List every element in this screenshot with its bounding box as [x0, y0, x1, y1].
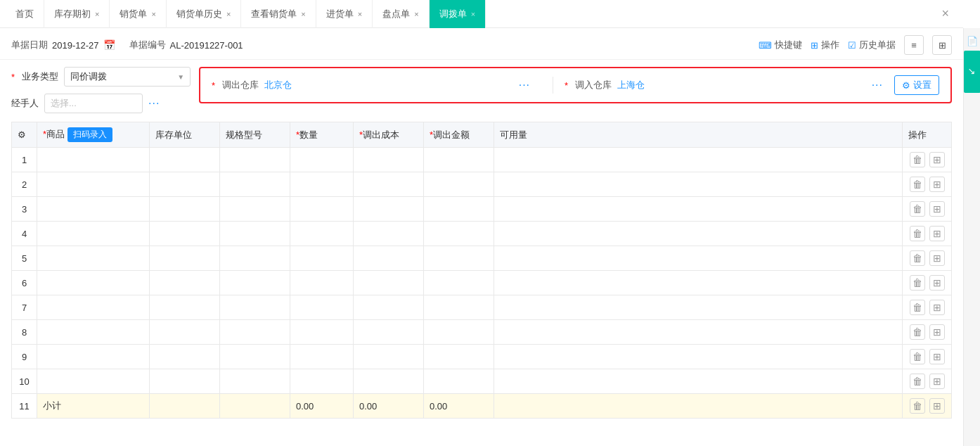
row-product-6[interactable] — [37, 271, 150, 295]
row-cost-6[interactable] — [354, 271, 424, 295]
row-unit-10[interactable] — [150, 369, 220, 394]
row-product-2[interactable] — [37, 172, 150, 197]
row-unit-6[interactable] — [150, 271, 220, 295]
person-more-btn[interactable]: ··· — [148, 97, 160, 110]
row-qty-2[interactable] — [290, 172, 354, 197]
row-unit-2[interactable] — [150, 172, 220, 197]
row-spec-2[interactable] — [220, 172, 290, 197]
row-unit-5[interactable] — [150, 246, 220, 271]
row-spec-6[interactable] — [220, 271, 290, 295]
row-qty-9[interactable] — [290, 345, 354, 369]
row-amount-2[interactable] — [424, 172, 494, 197]
row-amount-3[interactable] — [424, 197, 494, 222]
row-unit-4[interactable] — [150, 222, 220, 246]
tab-close-stocktake[interactable]: × — [414, 10, 418, 18]
tab-close-view-sales[interactable]: × — [301, 10, 305, 18]
delete-row-btn-8[interactable]: 🗑 — [910, 324, 925, 340]
row-qty-1[interactable] — [290, 148, 354, 172]
shortcut-btn[interactable]: ⌨ 快捷键 — [759, 39, 802, 51]
row-unit-7[interactable] — [150, 295, 220, 320]
sidebar-doc-icon[interactable]: 📄 — [965, 34, 979, 48]
row-available-2[interactable] — [494, 172, 903, 197]
copy-row-btn-10[interactable]: ⊞ — [929, 374, 945, 389]
row-spec-8[interactable] — [220, 320, 290, 345]
tab-view-sales[interactable]: 查看销货单 × — [241, 0, 316, 28]
row-spec-1[interactable] — [220, 148, 290, 172]
delete-row-btn-2[interactable]: 🗑 — [910, 177, 925, 192]
row-unit-8[interactable] — [150, 320, 220, 345]
tab-close-sales-order[interactable]: × — [151, 10, 155, 18]
row-qty-5[interactable] — [290, 246, 354, 271]
row-product-7[interactable] — [37, 295, 150, 320]
tab-home[interactable]: 首页 — [6, 0, 44, 28]
copy-row-btn[interactable]: ⊞ — [929, 398, 945, 414]
delete-row-btn-3[interactable]: 🗑 — [910, 201, 925, 217]
sidebar-expand-icon[interactable]: ↗ — [964, 51, 981, 93]
delete-row-btn-9[interactable]: 🗑 — [910, 349, 925, 364]
copy-row-btn-2[interactable]: ⊞ — [929, 177, 945, 192]
copy-row-btn-8[interactable]: ⊞ — [929, 324, 945, 340]
copy-row-btn-9[interactable]: ⊞ — [929, 349, 945, 364]
row-available-4[interactable] — [494, 222, 903, 246]
row-product-4[interactable] — [37, 222, 150, 246]
tab-close-transfer[interactable]: × — [471, 10, 475, 18]
copy-row-btn-1[interactable]: ⊞ — [929, 152, 945, 167]
row-amount-10[interactable] — [424, 369, 494, 394]
row-spec-4[interactable] — [220, 222, 290, 246]
row-qty-4[interactable] — [290, 222, 354, 246]
tab-sales-order[interactable]: 销货单 × — [110, 0, 166, 28]
transfer-in-more-btn[interactable]: ··· — [872, 79, 883, 91]
row-available-7[interactable] — [494, 295, 903, 320]
row-amount-1[interactable] — [424, 148, 494, 172]
row-amount-8[interactable] — [424, 320, 494, 345]
row-amount-9[interactable] — [424, 345, 494, 369]
row-product-1[interactable] — [37, 148, 150, 172]
delete-row-btn-10[interactable]: 🗑 — [910, 374, 925, 389]
row-spec-5[interactable] — [220, 246, 290, 271]
calendar-icon[interactable]: 📅 — [103, 39, 115, 51]
layout-grid-btn[interactable]: ⊞ — [932, 35, 952, 55]
delete-row-btn-7[interactable]: 🗑 — [910, 300, 925, 315]
copy-row-btn-5[interactable]: ⊞ — [929, 250, 945, 266]
row-unit-9[interactable] — [150, 345, 220, 369]
person-dropdown[interactable]: 选择... — [44, 94, 143, 113]
copy-row-btn-3[interactable]: ⊞ — [929, 201, 945, 217]
row-cost-1[interactable] — [354, 148, 424, 172]
history-btn[interactable]: ☑ 历史单据 — [848, 39, 896, 51]
row-product-10[interactable] — [37, 369, 150, 394]
business-type-dropdown[interactable]: 同价调拨 ▼ — [64, 67, 191, 87]
row-available-3[interactable] — [494, 197, 903, 222]
copy-row-btn-7[interactable]: ⊞ — [929, 300, 945, 315]
copy-row-btn-6[interactable]: ⊞ — [929, 275, 945, 291]
row-cost-3[interactable] — [354, 197, 424, 222]
delete-row-btn-4[interactable]: 🗑 — [910, 226, 925, 241]
row-qty-6[interactable] — [290, 271, 354, 295]
tab-sales-history[interactable]: 销货单历史 × — [167, 0, 241, 28]
row-qty-8[interactable] — [290, 320, 354, 345]
operate-btn[interactable]: ⊞ 操作 — [811, 39, 839, 51]
copy-row-btn-4[interactable]: ⊞ — [929, 226, 945, 241]
row-spec-7[interactable] — [220, 295, 290, 320]
th-gear[interactable]: ⚙ — [12, 122, 37, 148]
transfer-out-more-btn[interactable]: ··· — [519, 79, 530, 91]
row-product-3[interactable] — [37, 197, 150, 222]
row-amount-6[interactable] — [424, 271, 494, 295]
tab-inventory-init[interactable]: 库存期初 × — [44, 0, 110, 28]
row-available-9[interactable] — [494, 345, 903, 369]
row-amount-5[interactable] — [424, 246, 494, 271]
row-available-6[interactable] — [494, 271, 903, 295]
row-cost-2[interactable] — [354, 172, 424, 197]
scan-input-btn[interactable]: 扫码录入 — [67, 127, 112, 142]
tab-close-purchase[interactable]: × — [358, 10, 362, 18]
row-unit-3[interactable] — [150, 197, 220, 222]
row-qty-10[interactable] — [290, 369, 354, 394]
row-cost-10[interactable] — [354, 369, 424, 394]
row-amount-4[interactable] — [424, 222, 494, 246]
setting-button[interactable]: ⚙ 设置 — [894, 75, 939, 95]
layout-list-btn[interactable]: ≡ — [904, 35, 924, 55]
tab-stocktake[interactable]: 盘点单 × — [373, 0, 429, 28]
row-cost-4[interactable] — [354, 222, 424, 246]
row-available-5[interactable] — [494, 246, 903, 271]
tab-close-inventory-init[interactable]: × — [95, 10, 99, 18]
tab-transfer[interactable]: 调拨单 × — [430, 0, 486, 28]
